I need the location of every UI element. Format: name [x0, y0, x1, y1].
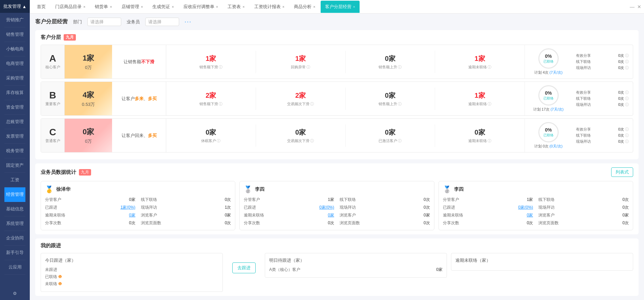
biz-stat-val[interactable]: 0家	[328, 212, 334, 218]
info-icon[interactable]: ⓘ	[625, 60, 629, 64]
tab-close-工资统计报表[interactable]: ×	[282, 5, 284, 9]
info-icon[interactable]: ⓘ	[625, 133, 629, 137]
sidebar-item-发票管理[interactable]: 发票管理	[4, 129, 25, 144]
sidebar-item-系统管理[interactable]: 系统管理	[4, 216, 25, 231]
sidebar-item-资金管理[interactable]: 资金管理	[4, 100, 25, 115]
info-icon[interactable]: ⓘ	[310, 138, 314, 143]
stat-count: 2家	[295, 91, 306, 100]
tab-生成凭证[interactable]: 生成凭证×	[148, 1, 178, 13]
tab-商品分析[interactable]: 商品分析×	[289, 1, 320, 13]
tab-销货单[interactable]: 销货单×	[90, 1, 116, 13]
filter-more[interactable]: ···	[185, 18, 192, 25]
tier-contact-B: 0% 已联络 计划 17次 (7天/次)	[524, 82, 572, 115]
tier-stat-item: 0家 休眠客户 ⓘ	[166, 124, 256, 147]
tab-close-店铺管理[interactable]: ×	[141, 5, 143, 9]
info-icon[interactable]: ⓘ	[488, 138, 491, 143]
biz-stat-label: 浏览页面数	[340, 220, 360, 226]
tab-店铺管理[interactable]: 店铺管理×	[117, 1, 147, 13]
info-icon[interactable]: ⓘ	[398, 138, 402, 143]
info-icon[interactable]: ⓘ	[217, 138, 220, 143]
info-icon[interactable]: ⓘ	[488, 65, 491, 70]
tab-close-商品分析[interactable]: ×	[313, 5, 315, 9]
sidebar-item-云应用[interactable]: 云应用	[4, 260, 25, 275]
info-icon[interactable]: ⓘ	[625, 66, 629, 70]
biz-stat-row: 分管客户 0家	[45, 197, 135, 203]
biz-stat-row: 已跟进 0家(0%)	[244, 205, 334, 210]
plan-link[interactable]: (7天/次)	[550, 70, 563, 74]
go-followup-button[interactable]: 去跟进	[232, 262, 256, 273]
biz-stat-val: 0次	[622, 205, 629, 210]
tab-close-门店商品目录[interactable]: ×	[83, 5, 85, 9]
info-icon[interactable]: ⓘ	[310, 101, 314, 107]
biz-stat-val[interactable]: 1家(0%)	[121, 205, 135, 210]
biz-stat-val[interactable]: 0家(0%)	[518, 205, 533, 210]
info-icon[interactable]: ⓘ	[625, 139, 629, 143]
sidebar: 批发管理 ▲ 营销推广销售管理小畅电商电商管理采购管理库存核算资金管理总账管理发…	[0, 0, 30, 300]
info-icon[interactable]: ⓘ	[488, 101, 491, 107]
staff-label: 业务员	[127, 19, 140, 25]
sidebar-item-小畅电商[interactable]: 小畅电商	[4, 42, 25, 56]
tier-row-B: B 重要客户 4家 0.53万 让客户多来、多买 2家 销售额下滑 ⓘ 2家 交…	[41, 82, 633, 116]
biz-stat-val: 0家	[622, 212, 629, 218]
plan-link[interactable]: (0天/次)	[550, 144, 563, 148]
sidebar-settings[interactable]: ⚙	[0, 287, 30, 300]
sidebar-item-总账管理[interactable]: 总账管理	[4, 115, 25, 129]
tier-name: 核心客户	[45, 65, 60, 70]
biz-stat-row: 现场拜访 0次	[538, 205, 629, 210]
biz-stat-val[interactable]: 0家	[129, 212, 135, 218]
window-close-icon[interactable]: ✕	[637, 4, 641, 9]
sidebar-item-采购管理[interactable]: 采购管理	[4, 71, 25, 86]
sidebar-item-销售管理[interactable]: 销售管理	[4, 27, 25, 42]
dept-select[interactable]: 请选择	[87, 18, 121, 26]
tab-close-应收应付调整单[interactable]: ×	[216, 5, 218, 9]
stat-count: 0家	[385, 91, 395, 100]
tier-stats-B: 2家 销售额下滑 ⓘ 2家 交易频次下滑 ⓘ 0家 销售额上升 ⓘ 1家 逾期未…	[166, 82, 524, 115]
biz-stat-row: 现场拜访 0次	[340, 205, 430, 210]
sidebar-item-税务管理[interactable]: 税务管理	[4, 144, 25, 158]
sidebar-item-固定资产[interactable]: 固定资产	[4, 158, 25, 173]
info-icon[interactable]: ⓘ	[625, 96, 629, 100]
sidebar-item-库存核算[interactable]: 库存核算	[4, 86, 25, 100]
sidebar-item-经营管理[interactable]: 经营管理	[4, 187, 25, 202]
tab-首页[interactable]: 首页	[33, 1, 50, 13]
sidebar-item-营销推广[interactable]: 营销推广	[4, 13, 25, 27]
info-icon[interactable]: ⓘ	[625, 102, 629, 107]
sidebar-item-企业协同[interactable]: 企业协同	[4, 231, 25, 246]
sidebar-item-新手引导[interactable]: 新手引导	[4, 246, 25, 260]
info-icon[interactable]: ⓘ	[398, 101, 402, 107]
biz-stat-val[interactable]: 0家(0%)	[319, 205, 334, 210]
biz-card-0: 🥇 徐泽华 分管客户 0家 线下联络 0次 已跟进 1家(0%) 现场拜访 1次	[41, 181, 235, 230]
tab-close-生成凭证[interactable]: ×	[172, 5, 174, 9]
followup-label: 已联络 ❶	[45, 274, 62, 280]
tab-应收应付调整单[interactable]: 应收应付调整单×	[179, 1, 222, 13]
biz-stat-val: 1次	[225, 205, 231, 210]
sidebar-item-工资[interactable]: 工资	[4, 173, 25, 187]
tab-close-工资表[interactable]: ×	[242, 5, 244, 9]
tab-客户分层经营[interactable]: 客户分层经营×	[321, 1, 360, 13]
info-icon[interactable]: ⓘ	[219, 101, 222, 107]
biz-stat-val[interactable]: 0家	[527, 212, 533, 218]
tier-stat-item: 1家 逾期未联络 ⓘ	[435, 88, 524, 110]
sidebar-item-电商管理[interactable]: 电商管理	[4, 56, 25, 71]
tab-close-销货单[interactable]: ×	[110, 5, 112, 9]
sidebar-header[interactable]: 批发管理 ▲	[0, 0, 30, 13]
info-icon[interactable]: ⓘ	[219, 65, 222, 70]
info-icon[interactable]: ⓘ	[306, 65, 310, 70]
tab-close-客户分层经营[interactable]: ×	[353, 5, 355, 9]
plan-link[interactable]: (7天/次)	[551, 107, 564, 111]
info-icon[interactable]: ⓘ	[625, 90, 629, 94]
sidebar-item-基础信息[interactable]: 基础信息	[4, 202, 25, 216]
biz-header: 业务员数据统计 九月 列表式	[41, 167, 633, 177]
biz-section-title: 业务员数据统计	[41, 169, 76, 176]
tab-工资表[interactable]: 工资表×	[223, 1, 249, 13]
info-icon[interactable]: ⓘ	[625, 53, 629, 57]
contact-circle: 0% 已联络	[538, 85, 559, 106]
list-view-button[interactable]: 列表式	[611, 167, 633, 177]
tab-门店商品目录[interactable]: 门店商品目录×	[51, 1, 90, 13]
window-minimize-icon[interactable]: —	[630, 4, 635, 9]
right-stat-label: 线下联络	[576, 96, 591, 101]
info-icon[interactable]: ⓘ	[625, 127, 629, 131]
tab-工资统计报表[interactable]: 工资统计报表×	[250, 1, 289, 13]
info-icon[interactable]: ⓘ	[398, 65, 402, 70]
staff-select[interactable]: 请选择	[145, 18, 179, 26]
